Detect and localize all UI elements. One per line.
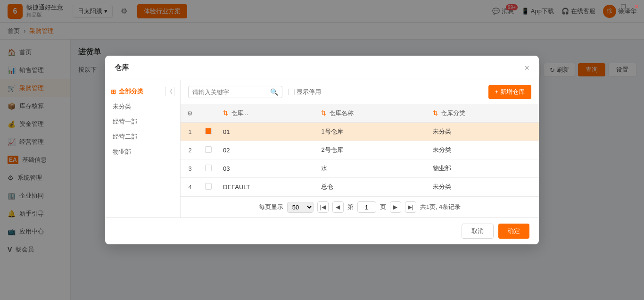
search-box: 🔍 — [188, 86, 282, 98]
warehouse-modal: 仓库 × ⊞ 全部分类 《 未分类 经营一部 经营二部 物业部 — [105, 56, 539, 244]
close-window-button[interactable]: ✕ — [631, 2, 642, 11]
sort-icon: ⇅ — [223, 109, 228, 117]
th-check — [199, 104, 217, 123]
total-info: 共1页, 4条记录 — [420, 203, 461, 211]
th-code[interactable]: ⇅ 仓库... — [217, 104, 315, 123]
minimize-button[interactable]: — — [604, 2, 616, 11]
per-page-select[interactable]: 50 100 200 — [287, 202, 314, 213]
table-container: ⚙ ⇅ 仓库... ⇅ 仓库名称 — [181, 104, 539, 196]
row-name: 1号仓库 — [315, 123, 427, 141]
row-code: 01 — [217, 123, 315, 141]
page-prev-button[interactable]: ◀ — [332, 201, 344, 213]
page-first-button[interactable]: |◀ — [317, 201, 329, 213]
collapse-button[interactable]: 《 — [165, 87, 174, 96]
row-category: 未分类 — [427, 123, 539, 141]
row-number: 4 — [181, 178, 199, 196]
all-categories-button[interactable]: ⊞ 全部分类 — [111, 87, 143, 96]
row-name: 2号仓库 — [315, 141, 427, 159]
category-header: ⊞ 全部分类 《 — [105, 84, 180, 99]
search-icon[interactable]: 🔍 — [270, 88, 278, 96]
row-checkbox-cell[interactable] — [199, 123, 217, 141]
th-gear[interactable]: ⚙ — [181, 104, 199, 123]
all-categories-label: 全部分类 — [119, 87, 143, 96]
window-controls: — ❐ ✕ — [604, 2, 642, 11]
category-item-uncategorized[interactable]: 未分类 — [105, 99, 180, 114]
row-name: 水 — [315, 159, 427, 178]
grid-icon: ⊞ — [111, 88, 116, 95]
add-warehouse-button[interactable]: + 新增仓库 — [488, 85, 531, 99]
row-number: 2 — [181, 141, 199, 159]
page-last-button[interactable]: ▶| — [405, 201, 416, 213]
page-label: 第 — [347, 203, 354, 211]
search-input[interactable] — [192, 89, 268, 96]
row-checkbox-cell[interactable] — [199, 178, 217, 196]
row-category: 未分类 — [427, 141, 539, 159]
table-row[interactable]: 3 03 水 物业部 — [181, 159, 539, 178]
th-name[interactable]: ⇅ 仓库名称 — [315, 104, 427, 123]
data-toolbar: 🔍 显示停用 + 新增仓库 — [181, 80, 539, 104]
sort-icon: ⇅ — [321, 109, 326, 117]
row-code: DEFAULT — [217, 178, 315, 196]
modal-body: ⊞ 全部分类 《 未分类 经营一部 经营二部 物业部 — [105, 80, 539, 217]
modal-footer: 取消 确定 — [105, 217, 539, 244]
warehouse-table: ⚙ ⇅ 仓库... ⇅ 仓库名称 — [181, 104, 539, 196]
row-number: 3 — [181, 159, 199, 178]
row-name: 总仓 — [315, 178, 427, 196]
row-code: 03 — [217, 159, 315, 178]
per-page-label: 每页显示 — [259, 203, 283, 211]
modal-overlay: 仓库 × ⊞ 全部分类 《 未分类 经营一部 经营二部 物业部 — [0, 0, 644, 300]
table-row[interactable]: 4 DEFAULT 总仓 未分类 — [181, 178, 539, 196]
data-panel: 🔍 显示停用 + 新增仓库 ⚙ — [181, 80, 539, 217]
cancel-button[interactable]: 取消 — [462, 224, 494, 239]
category-item-dept1[interactable]: 经营一部 — [105, 114, 180, 129]
row-category: 物业部 — [427, 159, 539, 178]
category-item-dept2[interactable]: 经营二部 — [105, 129, 180, 144]
row-category: 未分类 — [427, 178, 539, 196]
row-checkbox-cell[interactable] — [199, 159, 217, 178]
row-code: 02 — [217, 141, 315, 159]
table-row[interactable]: 2 02 2号仓库 未分类 — [181, 141, 539, 159]
show-disabled-label[interactable]: 显示停用 — [288, 88, 321, 96]
modal-header: 仓库 × — [105, 56, 539, 80]
chevron-left-icon: 《 — [167, 88, 173, 96]
table-header-row: ⚙ ⇅ 仓库... ⇅ 仓库名称 — [181, 104, 539, 123]
sort-icon: ⇅ — [433, 109, 438, 117]
category-item-property[interactable]: 物业部 — [105, 144, 180, 159]
modal-close-button[interactable]: × — [524, 64, 529, 72]
confirm-button[interactable]: 确定 — [498, 224, 529, 239]
page-input[interactable] — [357, 201, 376, 213]
page-unit: 页 — [380, 203, 386, 211]
row-number: 1 — [181, 123, 199, 141]
show-disabled-checkbox[interactable] — [288, 89, 295, 95]
pagination: 每页显示 50 100 200 |◀ ◀ 第 页 ▶ ▶| 共1页, 4条记录 — [181, 196, 539, 217]
row-checkbox-cell[interactable] — [199, 141, 217, 159]
category-panel: ⊞ 全部分类 《 未分类 经营一部 经营二部 物业部 — [105, 80, 181, 217]
restore-button[interactable]: ❐ — [618, 2, 629, 11]
modal-title: 仓库 — [115, 63, 129, 72]
th-category[interactable]: ⇅ 仓库分类 — [427, 104, 539, 123]
page-next-button[interactable]: ▶ — [390, 201, 401, 213]
table-row[interactable]: 1 01 1号仓库 未分类 — [181, 123, 539, 141]
